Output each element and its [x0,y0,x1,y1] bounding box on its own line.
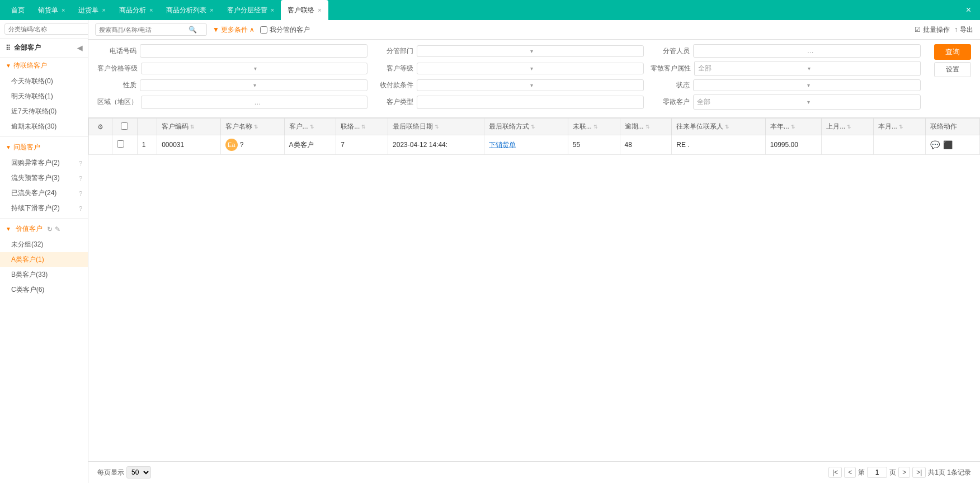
th-contact[interactable]: 联络... ⇅ [336,119,388,135]
phone-input[interactable] [140,44,368,58]
pending-group-label: 待联络客户 [13,61,47,70]
sidebar-item-today-pending[interactable]: 今天待联络(0) [0,74,88,89]
my-customers-checkbox[interactable] [260,26,267,34]
sidebar-item-a-class[interactable]: A类客户(1) [0,252,88,267]
row-select-checkbox[interactable] [117,140,124,148]
query-button[interactable]: 查询 [934,44,971,60]
nav-customer-contact[interactable]: 客户联络 × [281,0,328,20]
gear-icon[interactable]: ⚙ [97,123,103,131]
help-icon-3: ? [79,190,82,197]
dept-select[interactable]: ▾ [417,45,644,57]
nature-select[interactable]: ▾ [140,79,368,91]
th-code[interactable]: 客户编码 ⇅ [157,119,221,135]
filter-row-2: 客户价格等级 ▾ 客户等级 ▾ [97,61,927,76]
region-select[interactable]: … [141,96,368,109]
th-last-method[interactable]: 最后联络方式 ⇅ [484,119,568,135]
sidebar-item-tomorrow-pending[interactable]: 明天待联络(1) [0,89,88,104]
customer-level-label: 客户等级 [374,64,413,73]
sidebar-item-b-class[interactable]: B类客户(33) [0,267,88,282]
person-select[interactable]: … [693,44,921,58]
close-customer-contact[interactable]: × [318,7,321,13]
filter-cell-person: 分管人员 … [651,44,927,58]
sort-name-icon: ⇅ [254,124,258,130]
payment-select[interactable]: ▾ [417,79,644,91]
main-layout: 🔍 ⠿ 全部客户 ◀ ▼ 待联络客户 今天待联络(0) 明天待联络(1) 近7天… [0,20,980,483]
problem-group-label: 问题客户 [13,143,40,152]
sidebar-collapse-icon[interactable]: ◀ [77,44,82,52]
sidebar-item-7days-pending[interactable]: 近7天待联络(0) [0,104,88,119]
last-page-button[interactable]: >| [912,467,926,478]
close-customer-segmentation[interactable]: × [271,7,274,13]
price-level-label: 客户价格等级 [97,64,138,73]
sidebar-item-churned[interactable]: 已流失客户(24) ? [0,186,88,201]
th-last-month[interactable]: 上月... ⇅ [822,119,874,135]
page-input[interactable] [867,467,887,478]
th-no-contact[interactable]: 未联... ⇅ [568,119,620,135]
sort-code-icon: ⇅ [190,124,195,130]
top-navigation: 首页 销货单 × 进货单 × 商品分析 × 商品分析列表 × 客户分层经营 × … [0,0,980,20]
export-button[interactable]: ↑ 导出 [954,25,973,35]
close-purchase-order[interactable]: × [102,7,105,13]
type-input[interactable] [417,96,644,109]
filter-row-4: 区域（地区） … 客户类型 零散客户 [97,94,927,110]
filter-search-icon[interactable]: 🔍 [189,26,197,34]
batch-op-button[interactable]: ☑ 批量操作 [915,25,950,35]
type-label: 客户类型 [374,97,413,107]
sidebar-item-churn-warning[interactable]: 流失预警客户(3) ? [0,171,88,186]
filter-search-input[interactable] [99,26,189,33]
filter-icon: ▼ [213,26,219,34]
th-contact2[interactable]: 往来单位联系人 ⇅ [672,119,766,135]
th-name[interactable]: 客户名称 ⇅ [220,119,284,135]
th-this-month[interactable]: 本月... ⇅ [873,119,925,135]
th-type[interactable]: 客户... ⇅ [284,119,336,135]
filter-more-conditions[interactable]: ▼ 更多条件 ∧ [213,25,255,35]
nav-product-analysis[interactable]: 商品分析 × [112,0,159,20]
sidebar-item-ungrouped[interactable]: 未分组(32) [0,237,88,252]
sidebar-problem-group[interactable]: ▼ 问题客户 [0,139,88,155]
last-method-link[interactable]: 下销货单 [489,141,516,149]
th-last-date[interactable]: 最后联络日期 ⇅ [388,119,484,135]
setting-button[interactable]: 设置 [934,62,971,77]
next-page-button[interactable]: > [898,467,910,478]
retail-select[interactable]: 全部 ▾ [693,94,921,110]
retail-arrow-icon: ▾ [807,99,917,105]
sidebar-item-declining[interactable]: 持续下滑客户(2) ? [0,201,88,216]
arrow-down-icon: ▼ [6,63,11,69]
price-level-select[interactable]: ▾ [141,63,368,74]
sidebar-item-c-class[interactable]: C类客户(6) [0,282,88,297]
edit-icon[interactable]: ✎ [55,225,60,233]
close-product-analysis-list[interactable]: × [210,7,213,13]
message-action-icon[interactable]: 💬 [930,140,940,149]
status-select[interactable]: ▾ [693,79,921,91]
row-no-contact: 55 [568,135,620,155]
nav-customer-segmentation[interactable]: 客户分层经营 × [220,0,281,20]
close-sales-order[interactable]: × [62,7,65,13]
customer-level-select[interactable]: ▾ [417,63,644,74]
select-all-checkbox[interactable] [121,122,128,130]
filter-row-1: 电话号码 分管部门 ▾ 分管人员 [97,44,927,58]
sidebar-all-customers-header: ⠿ 全部客户 ◀ [0,39,88,58]
refresh-icon[interactable]: ↻ [47,225,53,233]
nav-product-analysis-list[interactable]: 商品分析列表 × [159,0,220,20]
window-close-button[interactable]: × [962,5,976,15]
grid-action-icon[interactable]: ⬛ [943,140,953,149]
nav-purchase-order[interactable]: 进货单 × [72,0,112,20]
nav-home[interactable]: 首页 [4,0,31,20]
sidebar-value-group[interactable]: ▼ 价值客户 ↻ ✎ [0,221,88,237]
per-page-select[interactable]: 50 [126,466,151,479]
sidebar-pending-group[interactable]: ▼ 待联络客户 [0,58,88,74]
th-this-year[interactable]: 本年... ⇅ [765,119,821,135]
price-level-arrow-icon: ▾ [254,65,363,72]
first-page-button[interactable]: |< [828,467,842,478]
sidebar-search-input[interactable] [4,23,88,35]
filter-cell-phone: 电话号码 [97,44,374,58]
sidebar-search-area: 🔍 [0,20,88,39]
per-page-label: 每页显示 [97,468,124,477]
th-overdue[interactable]: 逾期... ⇅ [620,119,672,135]
nav-sales-order[interactable]: 销货单 × [31,0,72,20]
retail-attr-select[interactable]: 全部 ▾ [694,61,921,76]
prev-page-button[interactable]: < [844,467,856,478]
sidebar-item-overdue-pending[interactable]: 逾期未联络(30) [0,119,88,134]
close-product-analysis[interactable]: × [149,7,153,13]
sidebar-item-abnormal-repurchase[interactable]: 回购异常客户(2) ? [0,155,88,171]
